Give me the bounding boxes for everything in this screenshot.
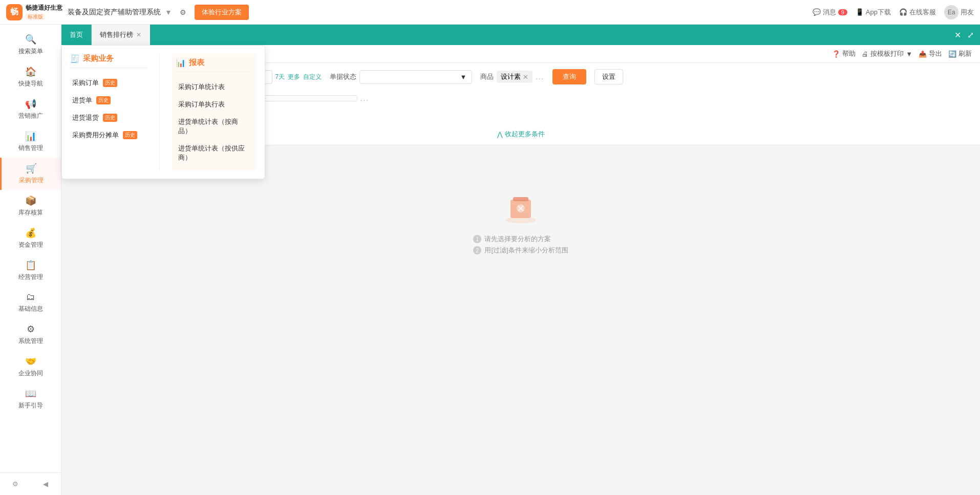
menu-item-incoming[interactable]: 进货单 历史 — [70, 92, 147, 109]
industry-button[interactable]: 体验行业方案 — [195, 5, 249, 20]
sidebar-item-system[interactable]: ⚙ 系统管理 — [0, 318, 61, 351]
headset-icon: 🎧 — [899, 8, 907, 16]
tab-sales-rank[interactable]: 销售排行榜 ✕ — [92, 25, 150, 45]
operations-icon: 📋 — [25, 260, 36, 271]
home-icon: 🏠 — [25, 66, 36, 77]
sidebar-item-quick-nav[interactable]: 🏠 快捷导航 — [0, 61, 61, 93]
tab-bar: 首页 销售排行榜 ✕ ✕ ⤢ — [61, 25, 980, 45]
collapse-conditions-button[interactable]: ⋀ 收起更多条件 — [497, 130, 545, 139]
header-right: 💬 消息 9 📱 App下载 🎧 在线客服 Ea 用友 — [813, 5, 974, 19]
empty-illustration — [495, 189, 546, 230]
user-menu-button[interactable]: Ea 用友 — [944, 5, 974, 19]
hint-2-icon: 2 — [473, 246, 481, 254]
menu-item-purchase-order[interactable]: 采购订单 历史 — [70, 74, 147, 92]
sidebar-collapse-button[interactable]: ◀ — [31, 477, 61, 491]
purchase-icon: 🛒 — [26, 163, 37, 174]
purchase-section-icon: 🧾 — [70, 54, 80, 63]
logo-icon: 畅 — [6, 4, 23, 20]
empty-hint-1: 1 请先选择要分析的方案 — [473, 234, 551, 244]
svg-rect-2 — [513, 197, 528, 201]
query-button[interactable]: 查询 — [552, 69, 586, 84]
menu-item-incoming-stats-goods[interactable]: 进货单统计表（按商品） — [176, 113, 253, 140]
main-layout: 🔍 搜索菜单 🏠 快捷导航 📢 营销推广 📊 销售管理 🛒 采购管理 📦 库存核… — [0, 25, 980, 495]
marketing-icon: 📢 — [25, 98, 36, 110]
sidebar-bottom: ⚙ ◀ — [0, 472, 61, 495]
phone-icon: 📱 — [856, 8, 864, 16]
sidebar-settings-button[interactable]: ⚙ — [0, 477, 31, 491]
goods-tag-close[interactable]: ✕ — [523, 73, 528, 81]
sidebar-item-enterprise[interactable]: 🤝 企业协同 — [0, 351, 61, 383]
hint-1-icon: 1 — [473, 235, 481, 243]
tab-home-label: 首页 — [70, 30, 83, 39]
refresh-button[interactable]: 🔄 刷新 — [948, 49, 972, 58]
menu-item-incoming-stats-supplier[interactable]: 进货单统计表（按供应商） — [176, 140, 253, 166]
sidebar-item-finance[interactable]: 💰 资金管理 — [0, 222, 61, 254]
menu-divider — [159, 54, 160, 170]
search-icon: 🔍 — [25, 34, 36, 45]
menu-item-po-execution[interactable]: 采购订单执行表 — [176, 96, 253, 113]
order-status-filter: 单据状态 ▼ — [330, 70, 472, 84]
system-icon: ⚙ — [27, 324, 35, 335]
goods-tags-area: 设计素 ✕ ... — [497, 71, 544, 83]
date-7d-button[interactable]: 7天 — [275, 73, 285, 81]
purchase-section: 🧾 采购业务 采购订单 历史 进货单 历史 进货退货 历史 采购费用分摊单 历史 — [70, 54, 147, 170]
print-icon: 🖨 — [862, 50, 868, 58]
tab-home[interactable]: 首页 — [61, 25, 92, 45]
help-icon: ❓ — [832, 50, 840, 58]
refresh-icon: 🔄 — [948, 50, 956, 58]
settings-button[interactable]: 设置 — [594, 69, 623, 84]
enterprise-icon: 🤝 — [25, 356, 36, 367]
order-status-dropdown-icon: ▼ — [460, 73, 466, 81]
tab-close-icon[interactable]: ✕ — [136, 31, 141, 38]
print-button[interactable]: 🖨 按模板打印 ▼ — [862, 49, 912, 58]
order-status-label: 单据状态 — [330, 72, 356, 81]
goods-more-button[interactable]: ... — [536, 73, 544, 81]
date-custom-button[interactable]: 自定义 — [303, 73, 322, 81]
purchase-section-title: 🧾 采购业务 — [70, 54, 147, 68]
goods-tag-1: 设计素 ✕ — [497, 71, 532, 83]
sidebar-item-search[interactable]: 🔍 搜索菜单 — [0, 29, 61, 61]
incoming-badge: 历史 — [96, 96, 111, 104]
goods-filter: 商品 设计素 ✕ ... — [480, 71, 544, 83]
goods-label: 商品 — [480, 72, 494, 81]
sidebar-item-basic-info[interactable]: 🗂 基础信息 — [0, 287, 61, 318]
avatar: Ea — [944, 5, 958, 19]
help-button[interactable]: ❓ 帮助 — [832, 49, 856, 58]
purchase-order-badge: 历史 — [103, 79, 117, 87]
online-service-button[interactable]: 🎧 在线客服 — [899, 8, 936, 17]
report-section-title: 📊 报表 — [176, 58, 253, 72]
sidebar-item-guide[interactable]: 📖 新手引导 — [0, 383, 61, 415]
message-button[interactable]: 💬 消息 9 — [813, 8, 847, 17]
app-download-button[interactable]: 📱 App下载 — [856, 8, 891, 17]
export-button[interactable]: 📤 导出 — [919, 49, 942, 58]
logo-area: 畅 畅捷通好生意 标准版 — [6, 4, 68, 20]
salesperson-more-dots[interactable]: ... — [360, 95, 369, 102]
finance-icon: 💰 — [25, 227, 36, 239]
gear-button[interactable]: ⚙ — [176, 5, 190, 19]
sidebar-item-inventory[interactable]: 📦 库存核算 — [0, 190, 61, 222]
sidebar-item-sales[interactable]: 📊 销售管理 — [0, 125, 61, 158]
tab-maximize-button[interactable]: ⤢ — [965, 28, 976, 42]
message-icon: 💬 — [813, 8, 821, 16]
menu-item-return[interactable]: 进货退货 历史 — [70, 109, 147, 126]
tab-close-all-button[interactable]: ✕ — [952, 28, 963, 42]
export-icon: 📤 — [919, 50, 927, 58]
sidebar-item-operations[interactable]: 📋 经营管理 — [0, 254, 61, 287]
inventory-icon: 📦 — [25, 195, 36, 206]
sidebar: 🔍 搜索菜单 🏠 快捷导航 📢 营销推广 📊 销售管理 🛒 采购管理 📦 库存核… — [0, 25, 61, 495]
purchase-dropdown-menu: 🧾 采购业务 采购订单 历史 进货单 历史 进货退货 历史 采购费用分摊单 历史 — [61, 45, 265, 179]
sidebar-item-marketing[interactable]: 📢 营销推广 — [0, 93, 61, 125]
tab-actions: ✕ ⤢ — [948, 28, 980, 42]
order-status-select[interactable]: ▼ — [359, 70, 472, 84]
sales-icon: 📊 — [25, 131, 36, 142]
empty-hints: 1 请先选择要分析的方案 2 用[过滤]条件来缩小分析范围 — [473, 234, 568, 255]
top-header: 畅 畅捷通好生意 标准版 装备及固定资产辅助管理系统 ▼ ⚙ 体验行业方案 💬 … — [0, 0, 980, 25]
return-badge: 历史 — [103, 114, 117, 122]
date-more-button[interactable]: 更多 — [288, 73, 300, 81]
sidebar-item-purchase[interactable]: 🛒 采购管理 — [0, 158, 61, 190]
menu-item-po-stats[interactable]: 采购订单统计表 — [176, 78, 253, 96]
menu-item-cost-allocation[interactable]: 采购费用分摊单 历史 — [70, 126, 147, 144]
title-dropdown-icon[interactable]: ▼ — [165, 8, 172, 16]
cost-allocation-badge: 历史 — [123, 131, 137, 139]
report-section: 📊 报表 采购订单统计表 采购订单执行表 进货单统计表（按商品） 进货单统计表（… — [172, 54, 257, 170]
